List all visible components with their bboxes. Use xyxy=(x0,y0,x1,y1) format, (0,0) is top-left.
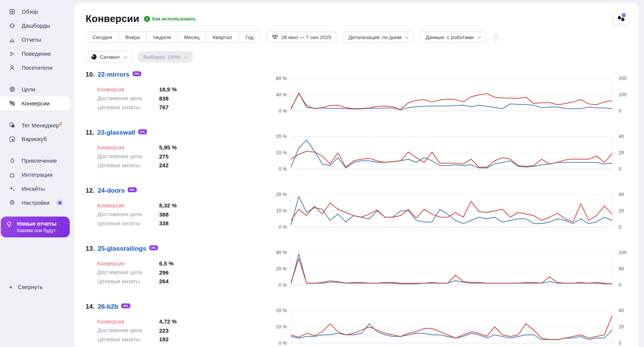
goal-rank: 10. xyxy=(86,71,95,79)
promo-subtitle: Какими они будут xyxy=(17,228,56,233)
period-toolbar: СегодняВчераНеделяМесяцКварталГод 28 июл… xyxy=(86,31,639,43)
bar-chart-icon xyxy=(8,36,16,43)
conversion-value: 5,95 % xyxy=(159,144,177,151)
goal-rank: 14. xyxy=(86,303,95,311)
sidebar-item-label: Настройки xyxy=(22,199,50,206)
sidebar-item-label: Обзор xyxy=(22,8,38,15)
chat-commas-icon xyxy=(616,13,626,22)
conversion-goal-row: 14. 26-b2b URL Конверсия 4,72 % Достижен… xyxy=(86,302,639,347)
grid-icon xyxy=(8,8,16,15)
goal-visits-label: Целевые визиты xyxy=(97,336,159,342)
chart-plot-area xyxy=(291,195,613,227)
url-badge: URL xyxy=(149,245,158,250)
chart-left-axis: 20 %10 %0 % xyxy=(266,195,291,227)
chevron-down-icon xyxy=(405,35,409,39)
sidebar-item-tag-manager[interactable]: Тег Менеджерβ xyxy=(0,118,74,132)
sidebar-item-dashboards[interactable]: Дашборды xyxy=(0,19,74,33)
sidebar-item-grid[interactable]: Обзор xyxy=(0,5,74,19)
conversion-label: Конверсия xyxy=(97,86,159,93)
dashboards-icon xyxy=(8,22,16,29)
main-panel: Конверсии i Как использовать СегодняВчер… xyxy=(74,3,639,347)
sidebar-item-puzzle[interactable]: Интеграции xyxy=(0,168,74,182)
variocube-icon xyxy=(8,136,16,143)
conversion-label: Конверсия xyxy=(97,261,159,267)
chevron-down-icon xyxy=(477,35,481,39)
conversion-value: 8,32 % xyxy=(159,202,177,209)
goal-reaches-value: 388 xyxy=(159,211,169,218)
sidebar-item-gear[interactable]: ⚙ Настройки xyxy=(0,196,74,210)
period-button[interactable]: Квартал xyxy=(206,32,239,42)
sidebar-item-label: Тег Менеджерβ xyxy=(22,121,62,129)
page-title: Конверсии xyxy=(86,13,139,25)
chart-left-axis: 80 %40 %0 % xyxy=(266,79,291,111)
sidebar-collapse-button[interactable]: ◀ Свернуть xyxy=(9,284,43,290)
sidebar-item-sparkles[interactable]: Инсайты xyxy=(0,182,74,196)
sidebar-item-variocube[interactable]: Вариокуб xyxy=(0,132,74,146)
sidebar-item-label: Интеграции xyxy=(22,171,53,178)
period-button[interactable]: Неделя xyxy=(147,32,178,42)
pie-chart-icon xyxy=(91,54,97,60)
tag-manager-icon xyxy=(8,122,16,129)
sidebar-item-label: Отчеты xyxy=(22,36,41,43)
help-question-icon[interactable]: ? xyxy=(492,34,499,41)
sidebar-item-flame[interactable]: Привлечение xyxy=(0,154,74,168)
conversion-goal-row: 13. 25-glassrailings URL Конверсия 6,5 %… xyxy=(86,244,639,302)
goal-name-link[interactable]: 22-mirrors xyxy=(98,71,130,79)
segment-button[interactable]: Сегмент xyxy=(86,51,133,63)
period-button[interactable]: Сегодня xyxy=(86,32,119,42)
period-button[interactable]: Год xyxy=(239,32,260,42)
sidebar-item-target[interactable]: Цели xyxy=(0,82,74,96)
goal-reaches-label: Достижения цели xyxy=(97,95,159,101)
feedback-widget-button[interactable] xyxy=(613,10,629,25)
notification-dot xyxy=(56,199,63,206)
url-badge: URL xyxy=(138,129,147,134)
goal-line-chart: 20 %10 %0 % 40200 xyxy=(266,137,639,169)
url-badge: URL xyxy=(128,187,136,192)
collapse-label: Свернуть xyxy=(18,284,43,290)
goal-name-link[interactable]: 25-glassrailings xyxy=(98,245,147,253)
chart-right-axis: 2001000 xyxy=(613,79,639,111)
promo-title: Новые отчеты xyxy=(17,221,56,227)
conversion-label: Конверсия xyxy=(97,203,159,209)
period-button[interactable]: Вчера xyxy=(119,32,147,42)
chart-right-axis: 100500 xyxy=(613,253,639,285)
goal-name-link[interactable]: 23-glasswall xyxy=(97,129,135,137)
goal-name-link[interactable]: 26-b2b xyxy=(98,303,119,311)
chart-right-axis: 40200 xyxy=(613,311,639,343)
goal-line-chart: 80 %40 %0 % 2001000 xyxy=(266,79,639,111)
goal-rank: 11. xyxy=(86,129,94,137)
how-to-use-link[interactable]: i Как использовать xyxy=(144,16,196,22)
goal-visits-value: 767 xyxy=(159,104,169,110)
conversion-label: Конверсия xyxy=(97,144,159,151)
sample-button[interactable]: Выборка: 100% xyxy=(138,51,193,63)
chart-plot-area xyxy=(291,311,613,343)
new-reports-promo-card[interactable]: Новые отчеты Какими они будут xyxy=(1,217,70,237)
chart-plot-area xyxy=(291,79,613,111)
period-button[interactable]: Месяц xyxy=(178,32,206,42)
sparkles-icon xyxy=(8,185,16,192)
goal-rank: 13. xyxy=(86,245,95,253)
data-mode-dropdown[interactable]: Данные: с роботами xyxy=(420,31,486,43)
goal-visits-value: 242 xyxy=(159,162,169,168)
chevron-down-icon xyxy=(184,55,188,58)
gear-icon: ⚙ xyxy=(8,199,16,206)
goal-reaches-value: 296 xyxy=(159,269,169,276)
puzzle-icon xyxy=(8,171,16,178)
period-button-group: СегодняВчераНеделяМесяцКварталГод xyxy=(86,31,260,43)
goal-reaches-label: Достижения цели xyxy=(97,153,159,159)
goal-name-link[interactable]: 24-doors xyxy=(98,187,125,195)
conversion-goal-row: 11. 23-glasswall URL Конверсия 5,95 % До… xyxy=(86,128,639,186)
sidebar-item-percent[interactable]: % Конверсии xyxy=(0,96,70,110)
person-icon xyxy=(8,64,16,71)
date-range-button[interactable]: 28 июл — 7 сен 2025 xyxy=(266,31,337,43)
sidebar-item-bar-chart[interactable]: Отчеты xyxy=(0,33,74,47)
sidebar: Обзор Дашборды Отчеты Поведение Посетите… xyxy=(0,0,74,347)
conversion-goal-row: 12. 24-doors URL Конверсия 8,32 % Достиж… xyxy=(86,186,639,244)
sidebar-item-play[interactable]: Поведение xyxy=(0,47,74,61)
goal-line-chart: 40 %20 %0 % 100500 xyxy=(266,253,639,285)
sidebar-item-label: Конверсии xyxy=(22,100,50,107)
sidebar-item-person[interactable]: Посетители xyxy=(0,61,74,75)
chart-plot-area xyxy=(291,137,613,169)
detalization-dropdown[interactable]: Детализация: по дням xyxy=(343,31,414,43)
sidebar-item-label: Посетители xyxy=(22,64,52,71)
